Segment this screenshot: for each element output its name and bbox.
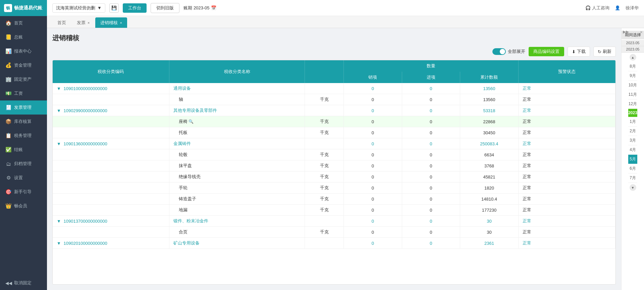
table-cell-name: 托板 <box>169 127 305 138</box>
table-cell-code <box>53 183 169 194</box>
expand-icon[interactable]: ▼ <box>57 86 61 91</box>
expand-all-toggle[interactable]: 全部展开 <box>492 48 525 55</box>
panel-close-button[interactable]: × <box>640 29 643 35</box>
period-month-item[interactable]: 11月 <box>628 90 637 99</box>
workbench-button[interactable]: 工作台 <box>123 3 147 13</box>
tab-check[interactable]: 进销稽核 × <box>95 17 127 28</box>
period-value: 2023-05 <box>194 5 210 10</box>
expand-icon[interactable]: ▼ <box>57 108 61 113</box>
refresh-button[interactable]: ↻ 刷新 <box>593 47 616 57</box>
sidebar-item-reports[interactable]: 📊 报表中心 <box>0 44 47 58</box>
tab-home[interactable]: 首页 <box>52 17 71 28</box>
sidebar-item-inventory[interactable]: 📦 库存核算 <box>0 115 47 129</box>
period-month-item[interactable]: 5月 <box>628 155 637 164</box>
period-month-item[interactable]: 9月 <box>628 71 637 81</box>
table-cell-cumulative: 14810.4 <box>460 194 519 205</box>
calendar-icon[interactable]: 📅 <box>211 5 216 10</box>
sidebar-item-home[interactable]: 🏠 首页 <box>0 16 47 30</box>
sidebar-item-label: 库存核算 <box>14 119 32 125</box>
page-content: 进销稽核 全部展开 商品编码设置 ⬇ 下载 ↻ 刷新 <box>47 28 621 290</box>
col-tax-name: 税收分类名称 <box>169 60 305 83</box>
expand-icon[interactable]: ▼ <box>57 141 61 146</box>
sidebar-item-settlement[interactable]: ✅ 结账 <box>0 143 47 157</box>
table-cell-unit: 千克 <box>305 94 344 105</box>
table-cell-cumulative: 53318 <box>460 105 519 116</box>
table-cell-code: ▼ 109013600000000000 <box>53 138 169 149</box>
period-year-top: 2023.05 <box>622 40 644 46</box>
sidebar-item-member[interactable]: 👑 畅会员 <box>0 199 47 213</box>
sidebar-item-label: 报表中心 <box>14 48 32 54</box>
table-cell-sale: 0 <box>344 160 402 171</box>
collapse-down-button[interactable]: ▼ <box>630 184 636 191</box>
table-cell-code: ▼ 109013700000000000 <box>53 216 169 227</box>
table-cell-status: 正常 <box>518 194 615 205</box>
unpin-button[interactable]: ◀◀ 取消固定 <box>0 276 47 290</box>
period-month-item[interactable]: 3月 <box>628 136 637 145</box>
refresh-icon: ↻ <box>598 49 601 54</box>
download-button[interactable]: ⬇ 下载 <box>568 47 590 57</box>
sidebar-item-archive[interactable]: 🗂 归档管理 <box>0 157 47 171</box>
tab-invoice-close[interactable]: × <box>88 21 90 25</box>
table-cell-cumulative: 1820 <box>460 183 519 194</box>
tab-check-close[interactable]: × <box>120 21 122 25</box>
table-cell-sale: 0 <box>344 227 402 238</box>
period-month-item[interactable]: 4月 <box>628 145 637 155</box>
table-cell-sale: 0 <box>344 105 402 116</box>
sidebar-item-guide[interactable]: 🎯 新手引导 <box>0 185 47 199</box>
search-icon[interactable]: 🔍 <box>189 119 194 124</box>
panel-expand-icon[interactable]: ▶▶ <box>623 29 629 34</box>
table-cell-unit: 千克 <box>305 194 344 205</box>
table-cell-unit <box>305 105 344 116</box>
save-button[interactable]: 💾 <box>109 3 119 13</box>
expand-icon[interactable]: ▼ <box>57 219 61 224</box>
unpin-icon: ◀◀ <box>5 281 12 286</box>
collapse-up-button[interactable]: ▲ <box>630 54 636 61</box>
ledger-icon: 📒 <box>5 34 11 40</box>
home-icon: 🏠 <box>5 20 11 26</box>
table-cell-status: 正常 <box>518 138 615 149</box>
period-month-item[interactable]: 12月 <box>628 99 637 109</box>
user-avatar: 👤 <box>615 5 620 10</box>
table-cell-code <box>53 149 169 160</box>
table-cell-unit: 千克 <box>305 205 344 216</box>
support-link[interactable]: 🎧 人工咨询 <box>585 5 609 11</box>
period-month-item[interactable]: 2月 <box>628 127 637 136</box>
period-month-item[interactable]: 6月 <box>628 164 637 173</box>
table-cell-code: ▼ 109029900000000000 <box>53 105 169 116</box>
period-month-item[interactable]: 2023 <box>628 109 637 117</box>
period-month-item[interactable]: 7月 <box>628 173 637 183</box>
sidebar-item-ledger[interactable]: 📒 总账 <box>0 30 47 44</box>
table-cell-cumulative: 250083.4 <box>460 138 519 149</box>
expand-icon[interactable]: ▼ <box>57 241 61 246</box>
sidebar-item-funds[interactable]: 💰 资金管理 <box>0 58 47 72</box>
company-selector[interactable]: 沈海英测试经营勿删 ▼ <box>52 3 105 13</box>
toggle-track[interactable] <box>492 48 506 55</box>
inventory-icon: 📦 <box>5 119 11 125</box>
period-month-item[interactable]: 1月 <box>628 117 637 127</box>
table-cell-status: 正常 <box>518 171 615 183</box>
table-cell-cumulative: 22868 <box>460 116 519 127</box>
table-cell-status: 正常 <box>518 83 615 94</box>
sidebar-item-assets[interactable]: 🏢 固定资产 <box>0 72 47 86</box>
period-month-item[interactable]: 8月 <box>628 62 637 71</box>
sidebar-item-tax[interactable]: 📋 税务管理 <box>0 129 47 143</box>
table-cell-code: ▼ 109010000000000000 <box>53 83 169 94</box>
tab-invoice[interactable]: 发票 × <box>72 17 95 28</box>
company-name: 沈海英测试经营勿删 <box>56 5 95 11</box>
table-cell-code <box>53 94 169 105</box>
table-cell-status: 正常 <box>518 216 615 227</box>
sidebar-item-settings[interactable]: ⚙ 设置 <box>0 171 47 185</box>
product-code-settings-button[interactable]: 商品编码设置 <box>529 47 564 56</box>
topbar: 沈海英测试经营勿删 ▼ 💾 工作台 切到旧版 账期 2023-05 📅 🎧 人工… <box>47 0 644 16</box>
period-month-item[interactable]: 10月 <box>628 81 637 90</box>
sidebar-item-label: 结账 <box>14 147 23 153</box>
topbar-right: 🎧 人工咨询 👤 徐泽华 <box>585 5 639 11</box>
table-cell-purchase: 0 <box>402 194 460 205</box>
table-cell-status: 正常 <box>518 94 615 105</box>
sidebar-item-salary[interactable]: 💵 工资 <box>0 86 47 100</box>
table-cell-name: 手轮 <box>169 183 305 194</box>
tabs-bar: 首页 发票 × 进销稽核 × <box>47 16 644 28</box>
table-cell-sale: 0 <box>344 83 402 94</box>
switch-version-button[interactable]: 切到旧版 <box>151 3 179 13</box>
sidebar-item-invoice[interactable]: 🧾 发票管理 <box>0 100 47 115</box>
